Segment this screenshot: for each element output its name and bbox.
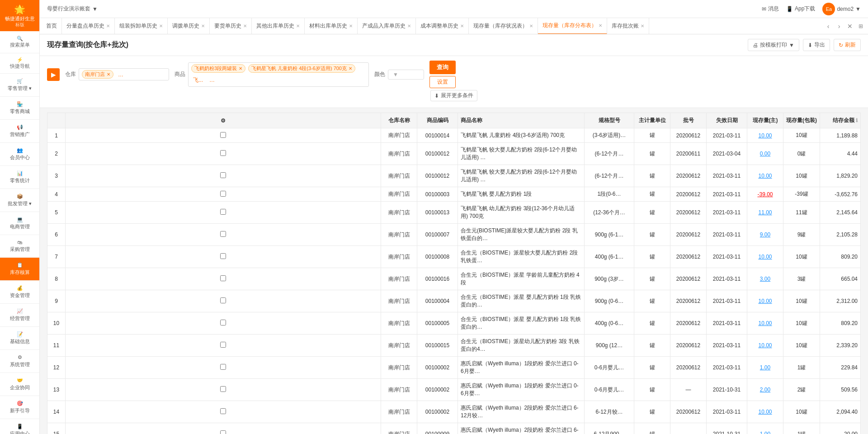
tab-6[interactable]: 材料出库单历史✕ — [305, 18, 358, 34]
tab-8[interactable]: 成本调整单历史✕ — [416, 18, 469, 34]
cell-stock-main[interactable]: 11.00 — [747, 202, 783, 224]
row-checkbox[interactable] — [220, 231, 226, 237]
cell-checkbox[interactable] — [66, 165, 381, 187]
export-button[interactable]: ⬇ 导出 — [803, 39, 830, 51]
topbar-account-selector[interactable]: 母婴行业演示账套 ▼ — [47, 5, 98, 13]
cell-checkbox[interactable] — [66, 379, 381, 401]
row-checkbox[interactable] — [220, 364, 226, 370]
filter-toggle-arrow[interactable]: ▶ — [47, 68, 60, 81]
sidebar-item-quick-nav[interactable]: ⚡快捷导航 — [0, 53, 39, 74]
row-checkbox[interactable] — [220, 209, 226, 215]
sidebar-item-会员中心[interactable]: 👥会员中心 — [0, 143, 39, 166]
product-tag-remove-1[interactable]: ✕ — [349, 66, 352, 71]
tab-3[interactable]: 调拨单历史✕ — [168, 18, 210, 34]
tab-next-button[interactable]: › — [834, 21, 844, 32]
sidebar-item-库存核算[interactable]: 📋库存核算 — [0, 258, 39, 281]
tab-close[interactable]: ✕ — [243, 24, 247, 28]
tab-close-all-button[interactable]: ✕ — [844, 21, 855, 32]
tab-11[interactable]: 库存批次账✕ — [607, 18, 649, 34]
cell-checkbox[interactable] — [66, 224, 381, 246]
row-checkbox[interactable] — [220, 342, 226, 348]
tab-5[interactable]: 其他出库单历史✕ — [252, 18, 305, 34]
cell-stock-main[interactable]: 10.00 — [747, 312, 783, 335]
tab-7[interactable]: 产成品入库单历史✕ — [358, 18, 416, 34]
settings-button[interactable]: 设置 — [429, 76, 456, 88]
sidebar-item-营销推广[interactable]: 📢营销推广 — [0, 120, 39, 143]
sidebar-item-search[interactable]: 🔍搜索菜单 — [0, 31, 39, 53]
tab-1[interactable]: 分量盘点单历史✕ — [62, 18, 115, 34]
cell-checkbox[interactable] — [66, 290, 381, 312]
cell-checkbox[interactable] — [66, 246, 381, 268]
product-tag-remove-0[interactable]: ✕ — [239, 66, 242, 71]
tab-expand-button[interactable]: ⊞ — [855, 21, 866, 32]
row-checkbox[interactable] — [220, 150, 226, 156]
sidebar-item-企业协同[interactable]: 🤝企业协同 — [0, 373, 39, 396]
cell-checkbox[interactable] — [66, 357, 381, 379]
cell-stock-main[interactable]: 1.00 — [747, 357, 783, 379]
print-button[interactable]: 🖨 按模板打印 ▼ — [748, 39, 799, 51]
row-checkbox[interactable] — [220, 430, 226, 434]
expand-more-btn[interactable]: ⬇ 展开更多条件 — [430, 90, 477, 101]
cell-stock-main[interactable]: 10.00 — [747, 401, 783, 423]
tab-close[interactable]: ✕ — [599, 23, 602, 28]
cell-checkbox[interactable] — [66, 401, 381, 423]
row-checkbox[interactable] — [220, 297, 226, 303]
tab-close[interactable]: ✕ — [106, 24, 110, 28]
row-checkbox[interactable] — [220, 172, 226, 178]
cell-stock-main[interactable]: 0.00 — [747, 143, 783, 165]
user-menu[interactable]: Ea demo2 ▼ — [822, 3, 861, 15]
sidebar-item-零售统计[interactable]: 📊零售统计 — [0, 166, 39, 189]
row-checkbox[interactable] — [220, 253, 226, 259]
cell-checkbox[interactable] — [66, 423, 381, 434]
tab-0[interactable]: 首页 — [42, 18, 62, 34]
cell-checkbox[interactable] — [66, 187, 381, 202]
row-checkbox[interactable] — [220, 275, 226, 281]
balance-info-icon[interactable]: ℹ — [856, 118, 858, 123]
color-select[interactable]: ▼ — [388, 70, 424, 80]
cell-stock-main[interactable]: 1.00 — [747, 423, 783, 434]
cell-stock-main[interactable]: 10.00 — [747, 335, 783, 357]
cell-stock-main[interactable]: 9.00 — [747, 224, 783, 246]
cell-checkbox[interactable] — [66, 268, 381, 290]
cell-stock-main[interactable]: 2.00 — [747, 379, 783, 401]
tab-close[interactable]: ✕ — [460, 24, 464, 28]
sidebar-item-批发管理[interactable]: 📦批发管理 ▾ — [0, 189, 39, 212]
sidebar-item-系统管理[interactable]: ⚙系统管理 — [0, 350, 39, 373]
product-tag-more[interactable]: 飞... — [191, 75, 205, 85]
tab-close[interactable]: ✕ — [529, 24, 533, 28]
cell-checkbox[interactable] — [66, 128, 381, 143]
sidebar-item-资金管理[interactable]: 💰资金管理 — [0, 281, 39, 304]
warehouse-tag-remove[interactable]: ✕ — [107, 72, 110, 77]
sidebar-item-应用中心[interactable]: 📱应用中心 — [0, 419, 39, 434]
sidebar-item-基础信息[interactable]: 📝基础信息 — [0, 327, 39, 350]
row-checkbox[interactable] — [220, 132, 226, 138]
row-checkbox[interactable] — [220, 191, 226, 197]
tab-close[interactable]: ✕ — [296, 24, 300, 28]
sidebar-item-新手引导[interactable]: 🎯新手引导 — [0, 396, 39, 419]
cell-stock-main[interactable]: -39.00 — [747, 187, 783, 202]
cell-checkbox[interactable] — [66, 202, 381, 224]
cell-checkbox[interactable] — [66, 335, 381, 357]
row-checkbox[interactable] — [220, 386, 226, 392]
sidebar-item-经营管理[interactable]: 📈经营管理 — [0, 304, 39, 327]
tab-close[interactable]: ✕ — [407, 24, 411, 28]
tab-close[interactable]: ✕ — [349, 24, 353, 28]
warehouse-more[interactable]: … — [116, 71, 125, 79]
message-button[interactable]: ✉ 消息 — [762, 5, 779, 13]
cell-checkbox[interactable] — [66, 143, 381, 165]
refresh-button[interactable]: ↻ 刷新 — [834, 39, 861, 51]
warehouse-tags-container[interactable]: 南岸门店 ✕ … — [79, 68, 169, 80]
product-tags-container[interactable]: 飞鹤奶粉3段两罐装 ✕ 飞鹤星飞帆 儿童奶粉 4段(3-6岁适用) 700克 ✕… — [188, 62, 369, 87]
cell-checkbox[interactable] — [66, 312, 381, 335]
tab-prev-button[interactable]: ‹ — [823, 21, 834, 32]
app-download-button[interactable]: 📱 App下载 — [786, 5, 815, 13]
cell-stock-main[interactable]: 10.00 — [747, 128, 783, 143]
sidebar-item-采购管理[interactable]: 🛍采购管理 — [0, 235, 39, 258]
row-checkbox[interactable] — [220, 320, 226, 326]
sidebar-item-电商管理[interactable]: 💻电商管理 — [0, 212, 39, 235]
th-settings[interactable]: ⚙ — [66, 113, 381, 128]
tab-4[interactable]: 要货单历史✕ — [210, 18, 252, 34]
cell-stock-main[interactable]: 10.00 — [747, 290, 783, 312]
cell-stock-main[interactable]: 3.00 — [747, 268, 783, 290]
tab-close[interactable]: ✕ — [159, 24, 163, 28]
